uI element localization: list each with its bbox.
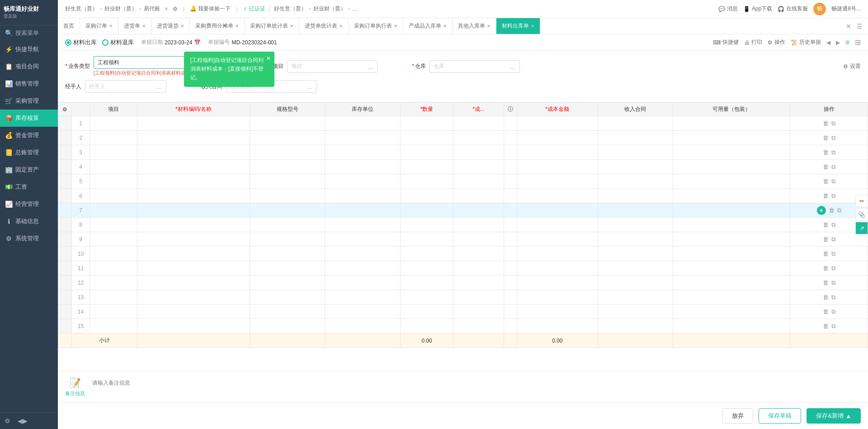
row-income-contract-5[interactable] bbox=[598, 174, 673, 189]
avatar[interactable]: 畅 bbox=[813, 3, 826, 15]
row-available-2[interactable] bbox=[673, 131, 790, 145]
copy-row-icon-2[interactable]: ⧉ bbox=[831, 134, 835, 142]
row-cost-3[interactable] bbox=[453, 145, 504, 160]
sidebar-item-ledger[interactable]: 📒 总账管理 bbox=[0, 144, 58, 161]
tab-close-goods-receipt[interactable]: ✕ bbox=[142, 24, 146, 29]
row-unit-11[interactable] bbox=[325, 261, 401, 276]
row-spec-8[interactable] bbox=[250, 218, 325, 232]
row-quantity-11[interactable] bbox=[401, 261, 453, 276]
save-new-button[interactable]: 保存&新增 ▲ bbox=[807, 408, 861, 424]
delete-row-icon-4[interactable]: 🗑 bbox=[823, 163, 829, 170]
project-ellipsis[interactable]: … bbox=[367, 63, 373, 70]
row-available-3[interactable] bbox=[673, 145, 790, 160]
row-spec-2[interactable] bbox=[250, 131, 325, 145]
right-icon-2[interactable]: 📎 bbox=[855, 208, 868, 221]
copy-row-icon-8[interactable]: ⧉ bbox=[831, 221, 835, 229]
tab-goods-receipt[interactable]: 进货单 ✕ bbox=[118, 18, 151, 34]
radio-material-return[interactable]: 材料退库 bbox=[102, 38, 134, 47]
handler-select[interactable]: 经手人 … bbox=[85, 80, 166, 93]
row-cost-amount-7[interactable] bbox=[517, 203, 598, 218]
collapse-icon[interactable]: ◀▶ bbox=[18, 417, 28, 424]
row-quantity-7[interactable] bbox=[401, 203, 453, 218]
row-project-10[interactable] bbox=[90, 247, 137, 261]
row-project-12[interactable] bbox=[90, 276, 137, 290]
row-income-contract-15[interactable] bbox=[598, 319, 673, 334]
row-unit-12[interactable] bbox=[325, 276, 401, 290]
row-material-9[interactable] bbox=[137, 232, 250, 247]
row-cost-amount-1[interactable] bbox=[517, 116, 598, 131]
row-project-1[interactable] bbox=[90, 116, 137, 131]
tooltip-close-button[interactable]: ✕ bbox=[266, 54, 271, 63]
row-spec-15[interactable] bbox=[250, 319, 325, 334]
sidebar-item-salary[interactable]: 💵 工资 bbox=[0, 178, 58, 195]
row-material-14[interactable] bbox=[137, 305, 250, 319]
tab-close-goods-return[interactable]: ✕ bbox=[180, 24, 184, 29]
row-available-6[interactable] bbox=[673, 189, 790, 203]
message-button[interactable]: 💬 消息 bbox=[718, 5, 738, 13]
delete-row-icon-14[interactable]: 🗑 bbox=[823, 308, 829, 315]
sidebar-item-finance[interactable]: 💰 资金管理 bbox=[0, 127, 58, 144]
row-available-1[interactable] bbox=[673, 116, 790, 131]
warehouse-ellipsis[interactable]: … bbox=[509, 63, 516, 70]
copy-row-icon-3[interactable]: ⧉ bbox=[831, 149, 835, 156]
row-unit-3[interactable] bbox=[325, 145, 401, 160]
row-project-8[interactable] bbox=[90, 218, 137, 232]
row-material-11[interactable] bbox=[137, 261, 250, 276]
row-cost-amount-15[interactable] bbox=[517, 319, 598, 334]
warehouse-select[interactable]: 仓库 … bbox=[429, 60, 520, 73]
copy-row-icon-6[interactable]: ⧉ bbox=[831, 192, 835, 200]
right-icon-3[interactable]: ↗ bbox=[855, 222, 868, 234]
tab-close-material-out[interactable]: ✕ bbox=[531, 24, 534, 29]
view-list-icon[interactable]: ≡ bbox=[845, 38, 849, 47]
operation-button[interactable]: ⚙ 操作 bbox=[768, 38, 785, 46]
settings-action[interactable]: ⚙ 设置 bbox=[843, 62, 861, 70]
row-cost-amount-12[interactable] bbox=[517, 276, 598, 290]
row-cost-amount-10[interactable] bbox=[517, 247, 598, 261]
delete-row-icon-5[interactable]: 🗑 bbox=[823, 178, 829, 185]
dropdown-arrow-icon[interactable]: ▲ bbox=[845, 413, 851, 419]
tab-close-purchase-exec[interactable]: ✕ bbox=[394, 24, 397, 29]
delete-row-icon-2[interactable]: 🗑 bbox=[823, 134, 829, 141]
row-material-1[interactable] bbox=[137, 116, 250, 131]
row-spec-4[interactable] bbox=[250, 160, 325, 174]
view-grid-icon[interactable]: ⊞ bbox=[855, 38, 861, 47]
topbar-link-3[interactable]: 好生意（普） bbox=[274, 5, 307, 13]
nav-next-icon[interactable]: ▶ bbox=[836, 39, 840, 46]
print-button[interactable]: 🖨 打印 bbox=[744, 38, 762, 46]
row-quantity-1[interactable] bbox=[401, 116, 453, 131]
sidebar-item-assets[interactable]: 🏢 固定资产 bbox=[0, 161, 58, 178]
row-project-13[interactable] bbox=[90, 290, 137, 305]
row-income-contract-3[interactable] bbox=[598, 145, 673, 160]
row-material-2[interactable] bbox=[137, 131, 250, 145]
tab-goods-stats[interactable]: 进货单统计表 ✕ bbox=[299, 18, 349, 34]
tab-close-purchase-order[interactable]: ✕ bbox=[109, 24, 113, 29]
row-project-15[interactable] bbox=[90, 319, 137, 334]
row-available-4[interactable] bbox=[673, 160, 790, 174]
row-cost-11[interactable] bbox=[453, 261, 504, 276]
row-quantity-3[interactable] bbox=[401, 145, 453, 160]
row-unit-13[interactable] bbox=[325, 290, 401, 305]
sidebar-item-quick-nav[interactable]: ⚡ 快捷导航 bbox=[0, 41, 58, 58]
delete-row-icon-7[interactable]: 🗑 bbox=[829, 207, 835, 214]
discard-button[interactable]: 放弃 bbox=[722, 408, 753, 424]
row-income-contract-4[interactable] bbox=[598, 160, 673, 174]
row-quantity-14[interactable] bbox=[401, 305, 453, 319]
shortcut-button[interactable]: ⌨ 快捷键 bbox=[713, 38, 739, 46]
row-cost-12[interactable] bbox=[453, 276, 504, 290]
row-cost-4[interactable] bbox=[453, 160, 504, 174]
tab-close-goods-stats[interactable]: ✕ bbox=[339, 24, 343, 29]
row-cost-amount-6[interactable] bbox=[517, 189, 598, 203]
topbar-link-4[interactable]: 好业财（普） bbox=[313, 5, 346, 13]
tab-other-in[interactable]: 其他入库单 ✕ bbox=[453, 18, 496, 34]
topbar-try[interactable]: 🔔 我要体验一下 bbox=[190, 5, 231, 13]
right-icon-1[interactable]: ✏ bbox=[855, 195, 868, 207]
copy-row-icon-7[interactable]: ⧉ bbox=[837, 207, 841, 214]
copy-row-icon-9[interactable]: ⧉ bbox=[831, 236, 835, 243]
settings-bottom-icon[interactable]: ⚙ bbox=[5, 417, 10, 424]
row-quantity-13[interactable] bbox=[401, 290, 453, 305]
delete-row-icon-3[interactable]: 🗑 bbox=[823, 149, 829, 156]
col-settings-header[interactable]: ⚙ bbox=[58, 103, 72, 116]
tab-close-other-in[interactable]: ✕ bbox=[487, 24, 491, 29]
row-quantity-8[interactable] bbox=[401, 218, 453, 232]
copy-row-icon-12[interactable]: ⧉ bbox=[831, 279, 835, 286]
